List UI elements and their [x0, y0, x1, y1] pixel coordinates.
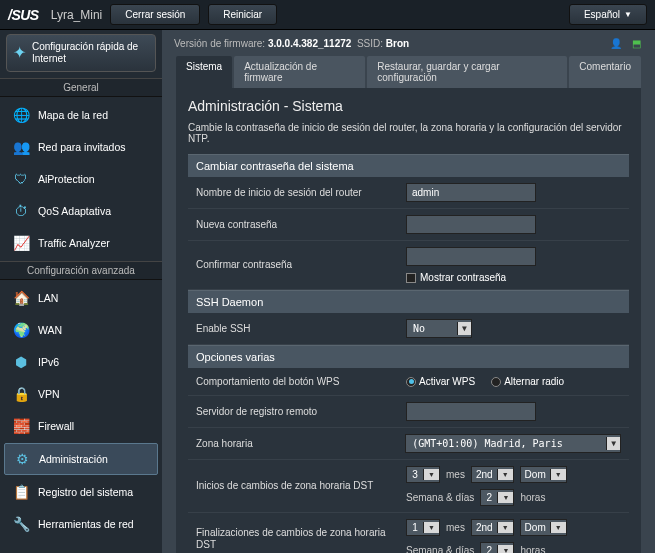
reboot-button[interactable]: Reiniciar: [208, 4, 277, 25]
dst-end-day[interactable]: Dom▼: [520, 519, 567, 536]
sidebar-item-vpn[interactable]: 🔒VPN: [4, 379, 158, 409]
sidebar-item-lan[interactable]: 🏠LAN: [4, 283, 158, 313]
lock-icon: 🔒: [12, 385, 30, 403]
sidebar: ✦ Configuración rápida de Internet Gener…: [0, 30, 162, 553]
show-password-checkbox[interactable]: Mostrar contraseña: [406, 272, 506, 283]
quick-setup-button[interactable]: ✦ Configuración rápida de Internet: [6, 34, 156, 72]
tab-system[interactable]: Sistema: [176, 56, 232, 88]
model-name: Lyra_Mini: [51, 8, 103, 22]
language-selector[interactable]: Español ▼: [569, 4, 647, 25]
tab-bar: Sistema Actualización de firmware Restau…: [176, 56, 641, 88]
new-password-label: Nueva contraseña: [196, 219, 406, 231]
radio-off-icon: [491, 377, 501, 387]
network-icon: 🌐: [12, 106, 30, 124]
wrench-icon: 🔧: [12, 515, 30, 533]
chevron-down-icon: ▼: [624, 10, 632, 19]
wps-activate-radio[interactable]: Activar WPS: [406, 376, 475, 387]
gear-icon: ⚙: [13, 450, 31, 468]
chevron-down-icon: ▼: [457, 322, 471, 335]
sidebar-item-syslog[interactable]: 📋Registro del sistema: [4, 477, 158, 507]
chart-icon: 📈: [12, 234, 30, 252]
page-title: Administración - Sistema: [188, 98, 629, 114]
sidebar-item-ipv6[interactable]: ⬢IPv6: [4, 347, 158, 377]
confirm-password-label: Confirmar contraseña: [196, 259, 406, 271]
dst-end-month[interactable]: 1▼: [406, 519, 440, 536]
wps-toggle-radio[interactable]: Alternar radio: [491, 376, 564, 387]
dst-end-label: Finalizaciones de cambios de zona horari…: [196, 527, 406, 551]
sidebar-section-advanced: Configuración avanzada: [0, 261, 162, 280]
section-misc: Opciones varias: [188, 345, 629, 368]
ipv6-icon: ⬢: [12, 353, 30, 371]
globe-icon: 🌍: [12, 321, 30, 339]
dst-start-hour[interactable]: 2▼: [480, 489, 514, 506]
sidebar-item-traffic[interactable]: 📈Traffic Analyzer: [4, 228, 158, 258]
sidebar-section-general: General: [0, 78, 162, 97]
timezone-label: Zona horaria: [196, 438, 405, 450]
home-icon: 🏠: [12, 289, 30, 307]
guest-icon: 👥: [12, 138, 30, 156]
tab-feedback[interactable]: Comentario: [569, 56, 641, 88]
wps-label: Comportamiento del botón WPS: [196, 376, 406, 388]
tab-restore[interactable]: Restaurar, guardar y cargar configuració…: [367, 56, 567, 88]
section-password: Cambiar contraseña del sistema: [188, 154, 629, 177]
enable-ssh-select[interactable]: No ▼: [406, 319, 472, 338]
list-icon: 📋: [12, 483, 30, 501]
fw-label: Versión de firmware:: [174, 38, 265, 49]
login-name-label: Nombre de inicio de sesión del router: [196, 187, 406, 199]
sidebar-item-wan[interactable]: 🌍WAN: [4, 315, 158, 345]
page-desc: Cambie la contraseña de inicio de sesión…: [188, 122, 629, 144]
dst-start-day[interactable]: Dom▼: [520, 466, 567, 483]
login-name-input[interactable]: [406, 183, 536, 202]
dst-end-hour[interactable]: 2▼: [480, 542, 514, 553]
checkbox-icon: [406, 273, 416, 283]
sidebar-item-qos[interactable]: ⏱QoS Adaptativa: [4, 196, 158, 226]
wand-icon: ✦: [13, 43, 26, 62]
new-password-input[interactable]: [406, 215, 536, 234]
ssid-value: Bron: [386, 38, 409, 49]
gauge-icon: ⏱: [12, 202, 30, 220]
sidebar-item-guest[interactable]: 👥Red para invitados: [4, 132, 158, 162]
firewall-icon: 🧱: [12, 417, 30, 435]
dst-start-week[interactable]: 2nd▼: [471, 466, 514, 483]
sidebar-item-admin[interactable]: ⚙Administración: [4, 443, 158, 475]
remotelog-label: Servidor de registro remoto: [196, 406, 406, 418]
fw-version[interactable]: 3.0.0.4.382_11272: [268, 38, 351, 49]
tab-firmware[interactable]: Actualización de firmware: [234, 56, 365, 88]
ssid-label: SSID:: [357, 38, 383, 49]
confirm-password-input[interactable]: [406, 247, 536, 266]
timezone-select[interactable]: (GMT+01:00) Madrid, Paris ▼: [405, 434, 621, 453]
chevron-down-icon: ▼: [606, 437, 620, 450]
remotelog-input[interactable]: [406, 402, 536, 421]
status-icon[interactable]: ⬒: [629, 36, 643, 50]
sidebar-item-firewall[interactable]: 🧱Firewall: [4, 411, 158, 441]
sidebar-item-aiprotection[interactable]: 🛡AiProtection: [4, 164, 158, 194]
brand-logo: /SUS: [8, 7, 39, 23]
dst-start-label: Inicios de cambios de zona horaria DST: [196, 480, 406, 492]
sidebar-item-tools[interactable]: 🔧Herramientas de red: [4, 509, 158, 539]
language-label: Español: [584, 9, 620, 20]
show-password-label: Mostrar contraseña: [420, 272, 506, 283]
sidebar-item-networkmap[interactable]: 🌐Mapa de la red: [4, 100, 158, 130]
user-icon[interactable]: 👤: [609, 36, 623, 50]
quick-setup-label: Configuración rápida de Internet: [32, 41, 149, 65]
radio-on-icon: [406, 377, 416, 387]
enable-ssh-label: Enable SSH: [196, 323, 406, 335]
dst-start-month[interactable]: 3▼: [406, 466, 440, 483]
section-ssh: SSH Daemon: [188, 290, 629, 313]
shield-icon: 🛡: [12, 170, 30, 188]
dst-end-week[interactable]: 2nd▼: [471, 519, 514, 536]
logout-button[interactable]: Cerrar sesión: [110, 4, 200, 25]
